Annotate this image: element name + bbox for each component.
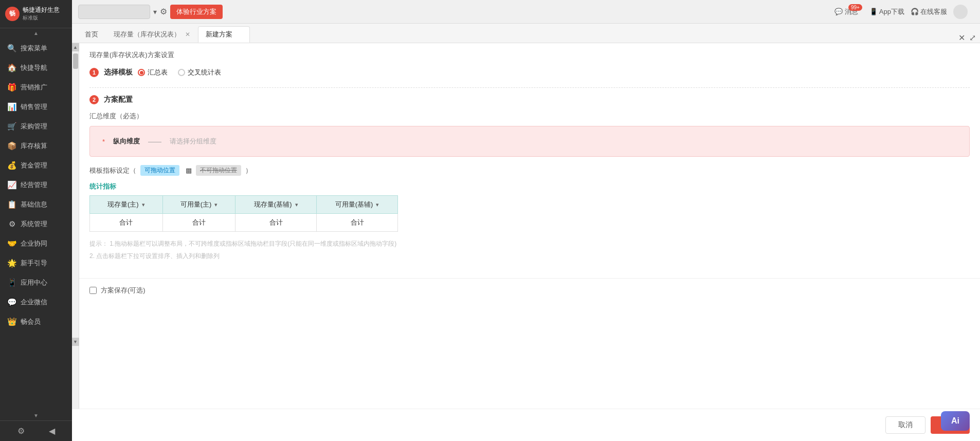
cancel-button[interactable]: 取消 [885, 416, 925, 434]
plan-config: 汇总维度（必选） * 纵向维度 —— 请选择分组维度 [89, 112, 970, 261]
sidebar-footer: ⚙ ◀ [0, 420, 72, 441]
tab-new-plan-close[interactable]: ✕ [237, 31, 242, 38]
app-logo: 畅 畅捷通好生意 标准版 [0, 0, 72, 28]
sidebar-item-member[interactable]: 👑 畅会员 [0, 312, 72, 332]
basic-info-icon: 📋 [7, 200, 16, 209]
operations-icon: 📈 [7, 180, 16, 190]
step2-section: 2 方案配置 汇总维度（必选） * 纵向维度 —— [89, 95, 970, 261]
dimension-row: * 纵向维度 —— 请选择分组维度 [102, 137, 957, 146]
gear-icon[interactable]: ⚙ [160, 7, 167, 16]
sidebar-item-basic-info[interactable]: 📋 基础信息 [0, 195, 72, 214]
col2-header[interactable]: 可用量(主) ▾ [162, 196, 235, 214]
indicator-label-sep: ▩ [186, 167, 192, 174]
step1-section: 1 选择模板 汇总表 交叉统计表 [89, 68, 970, 77]
message-btn[interactable]: 💬 消息 99+ [834, 7, 858, 16]
save-checkbox[interactable] [89, 287, 97, 294]
dimension-dash: —— [148, 138, 161, 145]
draggable-tag: 可拖动位置 [140, 165, 179, 176]
dimension-select[interactable]: 请选择分组维度 [170, 137, 216, 146]
sidebar-item-system[interactable]: ⚙ 系统管理 [0, 214, 72, 234]
dimension-box: * 纵向维度 —— 请选择分组维度 [89, 126, 970, 157]
tab-home-label: 首页 [85, 30, 98, 39]
scroll-thumb[interactable] [73, 53, 78, 69]
step1-label: 选择模板 [104, 68, 133, 77]
sidebar-item-label: 销售管理 [21, 102, 47, 112]
sidebar-item-corp[interactable]: 🤝 企业协同 [0, 234, 72, 253]
tab-home[interactable]: 首页 [77, 26, 106, 43]
col4-header[interactable]: 可用量(基辅) ▾ [317, 196, 398, 214]
headset-icon: 🎧 [911, 8, 919, 15]
save-label: 方案保存(可选) [101, 286, 146, 295]
step2-badge: 2 [89, 95, 99, 104]
service-label: 在线客服 [920, 7, 947, 16]
step1-badge: 1 [89, 68, 99, 77]
content-inner: 现存量(库存状况表)方案设置 1 选择模板 汇总表 [79, 43, 980, 278]
page-title: 现存量(库存状况表)方案设置 [89, 50, 970, 60]
sidebar-item-inventory[interactable]: 📦 库存核算 [0, 136, 72, 156]
sidebar-item-label: 新手引导 [21, 259, 47, 268]
settings-footer-icon[interactable]: ⚙ [17, 426, 25, 436]
sidebar-scroll-up[interactable]: ▲ [0, 28, 72, 39]
tabbar: 首页 现存量（库存状况表） ✕ 新建方案 ✕ ✕ ⤢ [72, 24, 980, 43]
col2-chevron[interactable]: ▾ [214, 201, 217, 208]
col1-header[interactable]: 现存量(主) ▾ [90, 196, 163, 214]
sidebar-item-wechat[interactable]: 💬 企业微信 [0, 292, 72, 312]
sidebar-item-sales[interactable]: 📊 销售管理 [0, 97, 72, 117]
sidebar-item-marketing[interactable]: 🎁 营销推广 [0, 78, 72, 97]
sidebar-item-quick-nav[interactable]: 🏠 快捷导航 [0, 58, 72, 78]
sidebar-item-purchase[interactable]: 🛒 采购管理 [0, 117, 72, 136]
sidebar-scroll-down[interactable]: ▼ [0, 410, 72, 420]
tab-new-plan-label: 新建方案 [206, 30, 232, 39]
ai-button[interactable]: Ai [941, 411, 970, 431]
tab-inventory-close[interactable]: ✕ [185, 31, 190, 38]
col1-chevron[interactable]: ▾ [142, 201, 145, 208]
sidebar-item-label: 采购管理 [21, 122, 47, 131]
sidebar-item-label: 企业协同 [21, 239, 47, 248]
col3-chevron[interactable]: ▾ [295, 201, 298, 208]
sidebar-item-operations[interactable]: 📈 经营管理 [0, 175, 72, 195]
topbar-left: ▾ ⚙ 体验行业方案 [78, 5, 830, 19]
col4-cell: 合计 [317, 214, 398, 232]
sidebar-item-app-center[interactable]: 📱 应用中心 [0, 273, 72, 292]
app-sub: 标准版 [23, 14, 60, 22]
sidebar-item-label: 企业微信 [21, 298, 47, 307]
scroll-track-left: ▲ ▼ [72, 43, 79, 409]
wechat-icon: 💬 [7, 298, 16, 307]
member-icon: 👑 [7, 317, 16, 326]
required-marker: * [102, 138, 105, 145]
tab-inventory-label: 现存量（库存状况表） [114, 30, 180, 39]
stats-section-label: 统计指标 [89, 182, 970, 191]
app-download-btn[interactable]: 📱 App下载 [869, 7, 904, 16]
tab-expand-btn[interactable]: ⤢ [969, 33, 976, 43]
col2-cell: 合计 [162, 214, 235, 232]
radio-summary-label: 汇总表 [148, 68, 168, 77]
scroll-down-btn[interactable]: ▼ [72, 338, 79, 346]
search-input[interactable] [78, 5, 150, 19]
industry-btn[interactable]: 体验行业方案 [170, 5, 223, 19]
online-service-btn[interactable]: 🎧 在线客服 [911, 7, 947, 16]
step1-header: 1 选择模板 汇总表 交叉统计表 [89, 68, 970, 77]
collapse-sidebar-icon[interactable]: ◀ [49, 426, 55, 436]
template-radio-group: 汇总表 交叉统计表 [138, 68, 221, 77]
sidebar-item-search[interactable]: 🔍 搜索菜单 [0, 39, 72, 58]
sidebar-item-finance[interactable]: 💰 资金管理 [0, 156, 72, 175]
search-dropdown-btn[interactable]: ▾ [153, 8, 157, 16]
search-icon: 🔍 [7, 44, 16, 53]
col4-chevron[interactable]: ▾ [376, 201, 379, 208]
avatar [953, 5, 968, 19]
col3-header[interactable]: 现存量(基辅) ▾ [235, 196, 317, 214]
tab-new-plan[interactable]: 新建方案 ✕ [198, 26, 250, 43]
main-area: ▾ ⚙ 体验行业方案 💬 消息 99+ 📱 App下载 🎧 在线客服 首页 [72, 0, 980, 441]
finance-icon: 💰 [7, 161, 16, 170]
sidebar-item-guide[interactable]: 🌟 新手引导 [0, 253, 72, 273]
tab-close-all-btn[interactable]: ✕ [958, 33, 965, 43]
radio-cross[interactable]: 交叉统计表 [178, 68, 221, 77]
tab-inventory-status[interactable]: 现存量（库存状况表） ✕ [106, 26, 198, 43]
sidebar-item-label: 系统管理 [21, 219, 47, 229]
non-draggable-tag: 不可拖动位置 [196, 165, 241, 176]
save-section: 方案保存(可选) [79, 278, 980, 302]
scroll-up-btn[interactable]: ▲ [72, 43, 79, 51]
tips-section: 提示： 1.拖动标题栏可以调整布局，不可跨维度或指标区域拖动栏目字段(只能在同一… [89, 239, 970, 261]
radio-summary[interactable]: 汇总表 [138, 68, 168, 77]
purchase-icon: 🛒 [7, 122, 16, 131]
